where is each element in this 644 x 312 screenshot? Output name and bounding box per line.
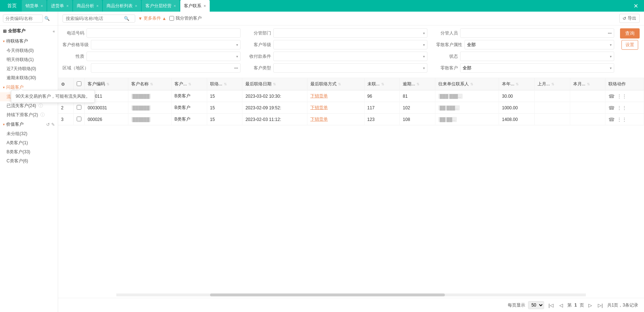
sidebar-group-pending[interactable]: ▾ 待联络客户 [0, 36, 58, 46]
phone-input[interactable] [86, 28, 241, 38]
col-code: 客户编码 ⇅ [85, 78, 128, 90]
tab-analysis[interactable]: 商品分析 × [73, 0, 102, 12]
info-icon: ⓘ [40, 112, 45, 117]
query-button[interactable]: 查询 [620, 28, 640, 39]
tab-analysis-list[interactable]: 商品分析列表 × [103, 0, 141, 12]
sort-icon[interactable]: ⇅ [224, 82, 227, 86]
sidebar-item-7days[interactable]: 近7天待联络(0) [0, 64, 58, 73]
tab-purchase[interactable]: 进货单 × [47, 0, 72, 12]
customer-level-select[interactable]: ▾ [273, 40, 427, 49]
settings-button[interactable]: 设置 [621, 40, 638, 50]
search-icon: 🔍 [124, 16, 129, 21]
edit-icon[interactable]: ✎ [51, 122, 55, 127]
sort-icon[interactable]: ⇅ [273, 82, 276, 86]
sort-icon[interactable]: ⇅ [551, 82, 554, 86]
refresh-icon[interactable]: ↺ [46, 122, 50, 127]
tab-customer-contact[interactable]: 客户联系 × [180, 0, 209, 12]
tab-close-icon[interactable]: × [174, 4, 176, 8]
filter-retail-attr: 零散客户属性 全部 ▾ [436, 40, 614, 49]
settings-icon[interactable]: ⚙ [61, 82, 65, 87]
contact-type-link[interactable]: 下销货单 [310, 93, 328, 98]
more-action-icon[interactable]: ⋮⋮ [617, 105, 627, 111]
sort-icon[interactable]: ⇅ [150, 82, 153, 86]
sort-icon[interactable]: ⇅ [416, 82, 419, 86]
gender-select[interactable]: ▾ [86, 52, 241, 61]
tab-close-icon[interactable]: × [66, 4, 68, 8]
action-icons: ☎ ⋮⋮ [608, 105, 641, 111]
sidebar-group-value[interactable]: ▾ 价值客户 ↺ ✎ [0, 119, 58, 129]
export-button[interactable]: ↺ 导出 [619, 14, 640, 23]
customer-type-select[interactable]: ▾ [273, 63, 427, 73]
sidebar-item-tomorrow[interactable]: 明天待联络(1) [0, 55, 58, 64]
contact-type-link[interactable]: 下销货单 [310, 117, 328, 122]
sidebar-all-customers[interactable]: ⊞ 全部客户 « [0, 26, 58, 36]
horizontal-scrollbar[interactable] [116, 293, 586, 296]
customer-table: ⚙ 客户编码 ⇅ [58, 78, 644, 125]
filter-region: 区域（地区） ••• [63, 63, 241, 73]
tab-close-icon[interactable]: × [204, 4, 206, 8]
page-size-select[interactable]: 50 [528, 301, 544, 309]
contact-action-icon[interactable]: ☎ [608, 105, 615, 111]
chevron-down-icon: ▾ [236, 54, 238, 58]
my-customers-check[interactable] [169, 16, 174, 21]
window-close-button[interactable]: ✕ [631, 3, 641, 9]
tab-home[interactable]: 首页 [3, 0, 21, 12]
filter-gender: 性质 ▾ [63, 52, 241, 61]
sort-icon[interactable]: ⇅ [338, 82, 341, 86]
tab-close-icon[interactable]: × [41, 4, 43, 8]
col-checkbox [74, 78, 85, 90]
sidebar-item-declining[interactable]: 持续下滑客户(2) ⓘ [0, 110, 58, 119]
sort-icon[interactable]: ⇅ [381, 82, 384, 86]
retail-customer-select[interactable]: 全部 ▾ [460, 63, 614, 73]
sort-icon[interactable]: ⇅ [106, 82, 109, 86]
dept-select[interactable]: ▾ [273, 28, 427, 38]
status-select[interactable]: ▾ [460, 52, 614, 61]
sidebar: 🔍 ⊞ 全部客户 « ▾ 待联络客户 今天待联络(0) 明天待联络(1) 近7天… [0, 12, 58, 312]
toolbar-search-box[interactable]: 🔍 [63, 15, 135, 23]
tab-customer-tier[interactable]: 客户分层经营 × [142, 0, 180, 12]
person-select[interactable]: ••• [460, 28, 614, 38]
sidebar-item-class-b[interactable]: B类客户(33) [0, 147, 58, 157]
sidebar-item-overdue[interactable]: 逾期未联络(30) [0, 73, 58, 82]
sidebar-item-ungrouped[interactable]: 未分组(32) [0, 129, 58, 138]
payment-select[interactable]: ▾ [273, 52, 427, 61]
my-customers-checkbox[interactable]: 我分管的客户 [169, 15, 202, 21]
sidebar-item-class-c[interactable]: C类客户(6) [0, 157, 58, 166]
sort-icon[interactable]: ⇅ [587, 82, 590, 86]
region-select[interactable]: ••• [91, 63, 241, 73]
sidebar-search-input[interactable] [3, 15, 43, 23]
sort-icon[interactable]: ⇅ [470, 82, 473, 86]
more-action-icon[interactable]: ⋮⋮ [617, 117, 627, 122]
more-dots-icon: ••• [608, 31, 612, 35]
retail-attr-select[interactable]: 全部 ▾ [464, 40, 614, 49]
tab-close-icon[interactable]: × [96, 4, 98, 8]
price-level-select[interactable]: ▾ [91, 40, 241, 49]
contact-action-icon[interactable]: ☎ [608, 117, 615, 122]
sort-icon[interactable]: ⇅ [188, 82, 191, 86]
page-last-icon[interactable]: ▷| [596, 302, 604, 309]
collapse-icon[interactable]: « [53, 29, 55, 33]
info-icon: ⓘ [39, 103, 43, 108]
contact-type-link[interactable]: 下销货单 [310, 105, 328, 110]
page-next-icon[interactable]: ▷ [587, 302, 593, 309]
arrow-down-icon: ▾ [3, 39, 5, 43]
filter-payment: 收付款条件 ▾ [249, 52, 427, 61]
filter-customer-type: 客户类型 ▾ [249, 63, 427, 73]
page-prev-icon[interactable]: ◁ [558, 302, 564, 309]
sort-icon[interactable]: ⇅ [516, 82, 519, 86]
search-input[interactable] [66, 16, 124, 21]
scrollbar-thumb[interactable] [210, 293, 445, 296]
sidebar-item-today[interactable]: 今天待联络(0) [0, 46, 58, 55]
row-checkbox[interactable] [77, 105, 81, 110]
tab-sales[interactable]: 销货单 × [22, 0, 47, 12]
more-filters-button[interactable]: ▼ 更多条件 ▲ [138, 15, 166, 21]
more-action-icon[interactable]: ⋮⋮ [617, 93, 627, 99]
sidebar-item-class-a[interactable]: A类客户(1) [0, 138, 58, 147]
col-last-contact-type: 最后联络方式 ⇅ [307, 78, 364, 90]
row-checkbox[interactable] [77, 117, 81, 121]
select-all-checkbox[interactable] [77, 81, 81, 86]
page-first-icon[interactable]: |◁ [547, 302, 555, 309]
contact-action-icon[interactable]: ☎ [608, 93, 615, 99]
tab-close-icon[interactable]: × [135, 4, 137, 8]
customer-name: ██████ [131, 94, 151, 99]
